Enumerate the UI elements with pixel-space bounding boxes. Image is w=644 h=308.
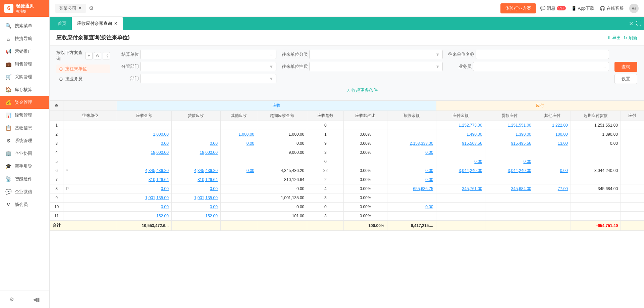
cell-ap-more (621, 212, 644, 221)
filter-target-button[interactable]: ⊙ (94, 52, 101, 59)
footer-ar-ratio: 100.00% (344, 221, 387, 231)
cell-other-ap (534, 212, 571, 221)
th-ar-amount[interactable]: 应收金额 (117, 111, 172, 121)
th-other-ar[interactable]: 其他应收 (220, 111, 257, 121)
th-loan-ap[interactable]: 贷款应付 (485, 111, 534, 121)
filter-add-button[interactable]: + (85, 52, 93, 59)
collapse-filter-button[interactable]: ∧ 收起更多条件 (115, 86, 609, 95)
division-dept-select[interactable]: ▼ (140, 62, 276, 71)
filter-back-button[interactable]: 《 (103, 52, 110, 59)
filter-row-2: 分管部门 ▼ 往来单位性质 ▼ 业务员 (115, 62, 609, 71)
th-ar-count[interactable]: 应收笔数 (307, 111, 344, 121)
header-gear-icon[interactable]: ⚙ (89, 5, 94, 11)
table-row: 8 P 0.00 0.00 0.00 4 0.00% 655,636.75 34… (50, 184, 644, 193)
th-prepay[interactable]: 预收余额 (387, 111, 436, 121)
system-icon: ⚙ (5, 138, 11, 144)
sidebar-item-inventory[interactable]: 🏠 库存核算 (0, 83, 49, 96)
sidebar-item-search-menu[interactable]: 🔍 搜索菜单 (0, 19, 49, 32)
app-download-button[interactable]: 📱 App下载 (571, 5, 594, 11)
sidebar-item-capital[interactable]: 💰 资金管理 (0, 96, 49, 109)
tab-close-icon[interactable]: ✕ (114, 21, 117, 26)
tab-ar-query[interactable]: 应收应付余额查询 ✕ (72, 17, 123, 30)
setting-button[interactable]: 设置 (614, 74, 637, 84)
sidebar-item-sales[interactable]: 💼 销售管理 (0, 58, 49, 71)
cell-loan-ap: 0.00 (485, 157, 534, 166)
cell-other-ap (534, 157, 571, 166)
th-loan-ar[interactable]: 贷款应收 (171, 111, 220, 121)
message-badge: 99+ (557, 6, 566, 10)
org-selector[interactable]: 某某公司 ▼ (55, 4, 86, 13)
th-overdue-ap[interactable]: 超期应付货款 (571, 111, 621, 121)
cell-prepay: 0.00 (387, 166, 436, 175)
sidebar-item-smart-hw[interactable]: 📡 智能硬件 (0, 173, 49, 185)
sidebar-item-purchase[interactable]: 🛒 采购管理 (0, 71, 49, 83)
sidebar-item-label: 系统管理 (15, 138, 32, 144)
cell-overdue-ar: 9,000.00 (257, 148, 307, 157)
message-button[interactable]: 💬 消息 99+ (540, 5, 566, 11)
tabbar-close-button[interactable]: ✕ (629, 20, 633, 27)
sidebar-item-guide[interactable]: 🎓 新手引导 (0, 160, 49, 173)
sidebar-item-operations[interactable]: 📊 经营管理 (0, 109, 49, 122)
settings-col-header[interactable]: ⚙ (50, 101, 63, 111)
cell-overdue-ap (571, 193, 621, 203)
message-label: 消息 (547, 5, 555, 11)
dept-select[interactable]: ▼ (140, 74, 276, 83)
cell-overdue-ap: 1,390.00 (571, 130, 621, 139)
cell-ap-more (621, 139, 644, 148)
cell-other-ap: 1,222.00 (534, 121, 571, 130)
cell-loan-ar: 0.00 (171, 203, 220, 212)
refresh-button[interactable]: ↻ 刷新 (624, 35, 637, 41)
cell-ar-ratio: 0.00% (344, 212, 387, 221)
cell-loan-ap: 1,251,551.00 (485, 121, 534, 130)
online-service-button[interactable]: 🎧 在线客服 (600, 5, 624, 11)
sidebar-item-base-info[interactable]: 📋 基础信息 (0, 122, 49, 134)
sidebar-item-corp-wechat[interactable]: 💬 企业微信 (0, 185, 49, 198)
sidebar-item-system[interactable]: ⚙ 系统管理 (0, 134, 49, 147)
sidebar-item-corp-collab[interactable]: 🏢 企业协同 (0, 147, 49, 160)
cell-ar-amount: 152.00 (117, 212, 172, 221)
cell-ap-more (621, 121, 644, 130)
query-button[interactable]: 查询 (614, 62, 637, 72)
chevron-up-icon: ∧ (347, 88, 350, 93)
sidebar-item-label: 畅会员 (15, 202, 28, 208)
cell-ar-amount (117, 157, 172, 166)
sidebar-settings-button[interactable]: ⚙ (5, 294, 18, 305)
base-info-icon: 📋 (5, 125, 11, 131)
user-avatar[interactable]: Rit (629, 4, 639, 13)
table-row: 9 1,001,135.00 1,001,135.00 1,001,135.00… (50, 193, 644, 203)
partner-name-input[interactable] (476, 50, 609, 59)
cell-ap-amount: 345,761.00 (436, 184, 485, 193)
tab-home[interactable]: 首页 (52, 17, 72, 30)
scheme-item-partner[interactable]: ⊕ 按往来单位 (56, 64, 110, 73)
salesman-input[interactable]: ··· (473, 62, 609, 71)
tabbar-expand-button[interactable]: ⛶ (636, 20, 641, 27)
dept-label: 部门 (115, 76, 139, 82)
cell-ap-more (621, 130, 644, 139)
cell-loan-ar: 1,001,135.00 (171, 193, 220, 203)
cell-partner (63, 157, 117, 166)
cell-ar-amount: 1,001,135.00 (117, 193, 172, 203)
sidebar-item-quick-nav[interactable]: ⌂ 快捷导航 (0, 32, 49, 45)
th-ar-ratio[interactable]: 应收款占比 (344, 111, 387, 121)
sidebar-item-marketing[interactable]: 📢 营销推广 (0, 45, 49, 58)
cell-ar-count: 2 (307, 175, 344, 184)
scheme-item-salesman[interactable]: ⊙ 按业务员 (56, 75, 110, 83)
partner-category-select[interactable]: ▼ (309, 50, 443, 59)
sidebar-item-vip[interactable]: V 畅会员 (0, 198, 49, 211)
th-overdue-ar[interactable]: 超期应收金额 (257, 111, 307, 121)
table-group-header: ⚙ 应收 应付 (50, 101, 644, 111)
promo-button[interactable]: 体验行业方案 (500, 3, 536, 13)
partner-nature-select[interactable]: ▼ (309, 62, 443, 71)
cell-overdue-ap (571, 148, 621, 157)
th-ap-amount[interactable]: 应付金额 (436, 111, 485, 121)
export-button[interactable]: ⬆ 导出 (607, 35, 621, 41)
search-menu-icon: 🔍 (5, 23, 11, 29)
cell-ar-amount: 0.00 (117, 184, 172, 193)
th-other-ap[interactable]: 其他应付 (534, 111, 571, 121)
settlement-unit-input[interactable]: ··· (140, 50, 276, 59)
table-row: 5 0 0.00 0.00 (50, 157, 644, 166)
sidebar-collapse-button[interactable]: ◀▮ (29, 294, 44, 305)
data-table: ⚙ 应收 应付 往来单位 应收金额 贷款应收 其他应收 超期应收金额 应收笔数 … (50, 100, 644, 231)
th-ap-more[interactable]: 应付 (621, 111, 644, 121)
cell-prepay (387, 212, 436, 221)
